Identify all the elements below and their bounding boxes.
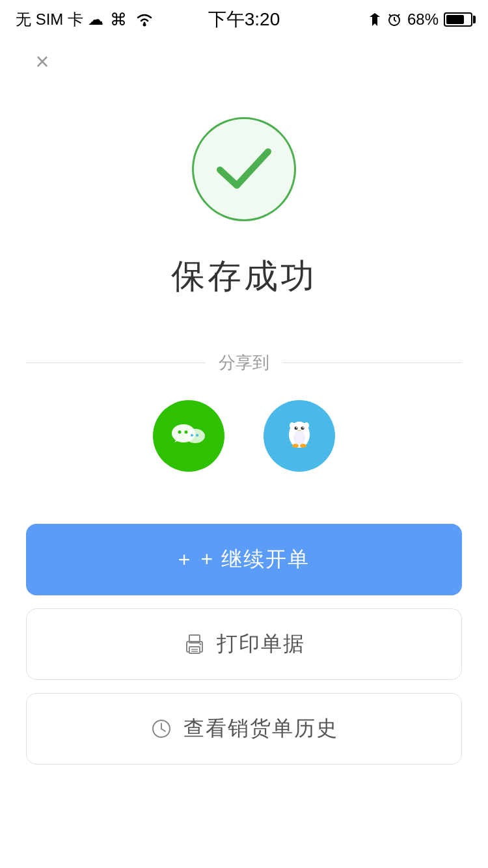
share-section: 分享到 [0, 351, 488, 511]
divider-line-right [282, 362, 462, 363]
svg-point-8 [178, 431, 182, 434]
share-icons [153, 400, 335, 472]
history-icon [150, 717, 173, 740]
share-label: 分享到 [206, 351, 282, 374]
svg-point-21 [290, 422, 295, 429]
qq-share-button[interactable] [264, 400, 335, 472]
svg-point-28 [200, 644, 202, 645]
alarm-icon [386, 12, 402, 27]
continue-button[interactable]: + + 继续开单 [26, 524, 462, 595]
action-buttons: + + 继续开单 打印单据 查看销货单历史 [0, 524, 488, 765]
checkmark-icon [215, 146, 273, 192]
sim-text: 无 SIM 卡 ☁ [16, 9, 103, 30]
svg-point-11 [196, 434, 198, 437]
svg-point-7 [185, 429, 205, 443]
svg-point-20 [300, 444, 306, 448]
status-bar: 无 SIM 卡 ☁ ⌘ 下午3:20 68% [0, 0, 488, 39]
svg-rect-25 [189, 647, 200, 653]
print-label: 打印单据 [217, 630, 305, 658]
print-icon [183, 632, 206, 656]
wechat-share-button[interactable] [153, 400, 224, 472]
svg-line-3 [394, 20, 396, 21]
wifi-icon: ⌘ [110, 10, 127, 30]
svg-point-0 [142, 23, 146, 27]
battery-percentage: 68% [407, 10, 439, 29]
svg-point-14 [295, 427, 298, 430]
main-content: 保存成功 分享到 [0, 39, 488, 778]
svg-point-18 [293, 431, 305, 445]
print-button[interactable]: 打印单据 [26, 608, 462, 680]
qq-icon [278, 415, 320, 457]
wifi-symbol [133, 11, 156, 28]
location-icon [368, 12, 381, 27]
share-divider: 分享到 [0, 351, 488, 374]
close-button[interactable]: × [26, 46, 59, 78]
success-title: 保存成功 [171, 254, 317, 299]
svg-point-15 [301, 427, 305, 430]
svg-line-4 [389, 14, 391, 16]
success-section: 保存成功 [171, 117, 317, 299]
svg-point-10 [191, 434, 193, 437]
svg-point-16 [296, 427, 297, 428]
close-icon: × [35, 50, 49, 74]
history-button[interactable]: 查看销货单历史 [26, 693, 462, 765]
history-label: 查看销货单历史 [183, 714, 338, 743]
status-left: 无 SIM 卡 ☁ ⌘ [16, 9, 156, 30]
svg-point-9 [185, 431, 188, 434]
status-time: 下午3:20 [208, 7, 280, 32]
wechat-icon [168, 415, 210, 457]
svg-point-22 [304, 422, 309, 429]
svg-line-5 [398, 14, 400, 16]
continue-label: + 继续开单 [201, 545, 310, 574]
battery-icon [444, 12, 472, 27]
status-right: 68% [368, 10, 472, 29]
svg-point-17 [303, 427, 304, 428]
svg-line-31 [161, 729, 165, 731]
plus-icon: + [178, 548, 191, 572]
svg-point-19 [292, 444, 299, 448]
success-circle [192, 117, 296, 221]
divider-line-left [26, 362, 206, 363]
